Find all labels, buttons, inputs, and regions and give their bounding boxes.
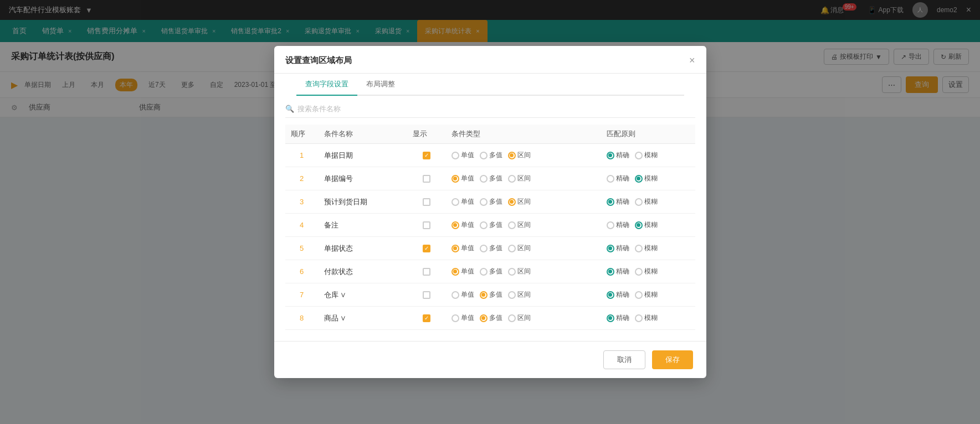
modal-body: 🔍 顺序 条件名称 显示 条件类型 匹配原则 1单据日期单值多值区间精确模糊2单… — [274, 96, 706, 341]
radio-type-type_multi[interactable]: 多值 — [480, 313, 502, 323]
search-input[interactable] — [297, 105, 695, 113]
row-checkbox-cell — [407, 175, 446, 183]
tab-query-fields[interactable]: 查询字段设置 — [296, 74, 357, 96]
radio-type-type_single[interactable]: 单值 — [451, 313, 474, 323]
radio-type-type_single[interactable]: 单值 — [451, 244, 474, 253]
row-num: 8 — [285, 314, 319, 322]
table-header: 顺序 条件名称 显示 条件类型 匹配原则 — [285, 125, 695, 144]
row-checkbox[interactable] — [423, 221, 430, 229]
radio-type-type_range[interactable]: 区间 — [508, 197, 531, 206]
row-name: 单据编号 — [319, 174, 407, 184]
modal-tabs: 查询字段设置 布局调整 — [296, 74, 684, 96]
row-name: 商品 ∨ — [319, 313, 407, 323]
row-type-cell: 单值多值区间 — [446, 174, 601, 183]
row-match-cell: 精确模糊 — [601, 244, 695, 253]
col-header-name: 条件名称 — [319, 129, 407, 139]
row-num: 3 — [285, 198, 319, 206]
conditions-table: 顺序 条件名称 显示 条件类型 匹配原则 1单据日期单值多值区间精确模糊2单据编… — [285, 125, 695, 332]
radio-match-match_exact[interactable]: 精确 — [607, 151, 629, 160]
radio-type-type_single[interactable]: 单值 — [451, 290, 474, 299]
col-header-num: 顺序 — [285, 129, 319, 139]
radio-type-type_single[interactable]: 单值 — [451, 197, 474, 206]
radio-type-type_range[interactable]: 区间 — [508, 313, 531, 323]
table-row: 2单据编号单值多值区间精确模糊 — [285, 167, 695, 190]
row-num: 5 — [285, 244, 319, 252]
radio-type-type_multi[interactable]: 多值 — [480, 151, 502, 160]
modal-tabs-wrap: 查询字段设置 布局调整 — [274, 74, 706, 96]
row-type-radio-group: 单值多值区间 — [451, 174, 596, 183]
row-type-cell: 单值多值区间 — [446, 197, 601, 206]
radio-type-type_range[interactable]: 区间 — [508, 267, 531, 276]
table-row: 4备注单值多值区间精确模糊 — [285, 214, 695, 237]
row-num: 7 — [285, 291, 319, 299]
table-row: 1单据日期单值多值区间精确模糊 — [285, 144, 695, 167]
row-type-cell: 单值多值区间 — [446, 267, 601, 276]
row-name: 备注 — [319, 220, 407, 230]
radio-type-type_single[interactable]: 单值 — [451, 174, 474, 183]
radio-type-type_multi[interactable]: 多值 — [480, 174, 502, 183]
radio-match-match_exact[interactable]: 精确 — [607, 267, 629, 276]
radio-type-type_single[interactable]: 单值 — [451, 151, 474, 160]
radio-match-match_fuzzy[interactable]: 模糊 — [635, 197, 658, 206]
row-checkbox[interactable] — [423, 245, 430, 252]
radio-match-match_fuzzy[interactable]: 模糊 — [635, 267, 658, 276]
row-checkbox[interactable] — [423, 314, 430, 322]
radio-match-match_exact[interactable]: 精确 — [607, 290, 629, 299]
modal-overlay: 设置查询区域布局 × 查询字段设置 布局调整 🔍 — [0, 0, 980, 424]
tab-query-fields-label: 查询字段设置 — [305, 80, 348, 88]
row-checkbox[interactable] — [423, 291, 430, 299]
radio-type-type_multi[interactable]: 多值 — [480, 290, 502, 299]
radio-type-type_range[interactable]: 区间 — [508, 290, 531, 299]
radio-match-match_exact[interactable]: 精确 — [607, 220, 629, 230]
table-row: 6付款状态单值多值区间精确模糊 — [285, 260, 695, 283]
radio-match-match_exact[interactable]: 精确 — [607, 174, 629, 183]
row-checkbox[interactable] — [423, 268, 430, 276]
row-match-radio-group: 精确模糊 — [607, 244, 695, 253]
radio-match-match_fuzzy[interactable]: 模糊 — [635, 313, 658, 323]
row-match-radio-group: 精确模糊 — [607, 267, 695, 276]
radio-type-type_range[interactable]: 区间 — [508, 220, 531, 230]
radio-type-type_range[interactable]: 区间 — [508, 244, 531, 253]
modal-title: 设置查询区域布局 — [285, 55, 352, 73]
row-match-radio-group: 精确模糊 — [607, 220, 695, 230]
row-match-cell: 精确模糊 — [601, 290, 695, 299]
modal-header: 设置查询区域布局 × — [274, 46, 706, 74]
row-match-radio-group: 精确模糊 — [607, 197, 695, 206]
radio-match-match_fuzzy[interactable]: 模糊 — [635, 290, 658, 299]
row-type-cell: 单值多值区间 — [446, 220, 601, 230]
radio-match-match_fuzzy[interactable]: 模糊 — [635, 151, 658, 160]
radio-match-match_exact[interactable]: 精确 — [607, 197, 629, 206]
row-checkbox[interactable] — [423, 198, 430, 206]
row-match-radio-group: 精确模糊 — [607, 174, 695, 183]
row-type-radio-group: 单值多值区间 — [451, 267, 596, 276]
radio-type-type_multi[interactable]: 多值 — [480, 244, 502, 253]
row-type-cell: 单值多值区间 — [446, 244, 601, 253]
radio-type-type_multi[interactable]: 多值 — [480, 220, 502, 230]
row-match-cell: 精确模糊 — [601, 313, 695, 323]
modal-close-button[interactable]: × — [689, 55, 695, 73]
tab-layout[interactable]: 布局调整 — [357, 74, 404, 96]
radio-type-type_multi[interactable]: 多值 — [480, 197, 502, 206]
radio-type-type_range[interactable]: 区间 — [508, 151, 531, 160]
cancel-button[interactable]: 取消 — [603, 350, 645, 369]
row-checkbox[interactable] — [423, 175, 430, 183]
radio-match-match_fuzzy[interactable]: 模糊 — [635, 174, 658, 183]
row-type-radio-group: 单值多值区间 — [451, 151, 596, 160]
row-type-cell: 单值多值区间 — [446, 313, 601, 323]
radio-match-match_fuzzy[interactable]: 模糊 — [635, 220, 658, 230]
table-body: 1单据日期单值多值区间精确模糊2单据编号单值多值区间精确模糊3预计到货日期单值多… — [285, 144, 695, 332]
row-checkbox[interactable] — [423, 152, 430, 159]
row-name: 单据日期 — [319, 151, 407, 161]
col-header-display: 显示 — [407, 129, 446, 139]
save-button[interactable]: 保存 — [652, 350, 693, 369]
radio-type-type_single[interactable]: 单值 — [451, 220, 474, 230]
table-row: 8商品 ∨单值多值区间精确模糊 — [285, 307, 695, 330]
modal-footer: 取消 保存 — [274, 341, 706, 378]
radio-type-type_range[interactable]: 区间 — [508, 174, 531, 183]
radio-match-match_exact[interactable]: 精确 — [607, 313, 629, 323]
radio-match-match_fuzzy[interactable]: 模糊 — [635, 244, 658, 253]
radio-type-type_single[interactable]: 单值 — [451, 267, 474, 276]
table-row: 5单据状态单值多值区间精确模糊 — [285, 237, 695, 260]
radio-match-match_exact[interactable]: 精确 — [607, 244, 629, 253]
radio-type-type_multi[interactable]: 多值 — [480, 267, 502, 276]
